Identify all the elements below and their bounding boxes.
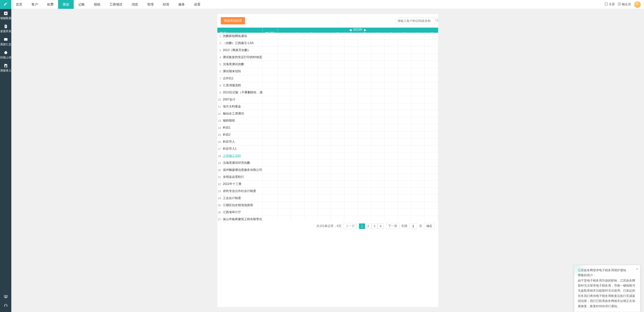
row-month-cell[interactable]: [425, 103, 438, 110]
topnav-item-11[interactable]: 设置: [189, 0, 205, 9]
row-month-cell[interactable]: [304, 68, 318, 75]
row-month-cell[interactable]: [411, 152, 425, 159]
row-month-cell[interactable]: [344, 110, 358, 117]
row-month-cell[interactable]: [318, 167, 331, 173]
row-month-cell[interactable]: [371, 110, 385, 117]
row-month-cell[interactable]: [344, 174, 358, 180]
row-month-cell[interactable]: [291, 82, 304, 89]
row-month-cell[interactable]: [304, 54, 318, 61]
row-month-cell[interactable]: [425, 124, 438, 131]
row-month-cell[interactable]: [385, 54, 398, 61]
row-month-cell[interactable]: [385, 110, 398, 117]
row-month-cell[interactable]: [411, 216, 425, 220]
row-month-cell[interactable]: [291, 195, 304, 202]
table-row[interactable]: 25江都区仙女镇泡泡面馆: [217, 202, 438, 209]
row-month-cell[interactable]: [425, 152, 438, 159]
table-row[interactable]: 8汇算清缴流程: [217, 82, 438, 89]
row-month-cell[interactable]: [344, 181, 358, 187]
row-month-cell[interactable]: [331, 195, 344, 202]
row-month-cell[interactable]: [344, 145, 358, 152]
row-month-cell[interactable]: [425, 61, 438, 68]
table-row[interactable]: 4测试账套的凭证打印的时候是否: [217, 54, 438, 61]
row-month-cell[interactable]: [331, 47, 344, 54]
row-month-cell[interactable]: [358, 33, 371, 40]
row-month-cell[interactable]: [411, 209, 425, 216]
row-month-cell[interactable]: [398, 145, 411, 152]
row-month-cell[interactable]: [278, 195, 291, 202]
row-month-cell[interactable]: [371, 138, 385, 145]
row-month-cell[interactable]: [331, 152, 344, 159]
row-month-cell[interactable]: [278, 40, 291, 47]
row-month-cell[interactable]: [291, 202, 304, 209]
row-month-cell[interactable]: [398, 75, 411, 82]
row-month-cell[interactable]: [425, 145, 438, 152]
row-month-cell[interactable]: [385, 145, 398, 152]
row-month-cell[interactable]: [385, 61, 398, 68]
row-month-cell[interactable]: [385, 124, 398, 131]
row-month-cell[interactable]: [318, 138, 331, 145]
row-month-cell[interactable]: [344, 117, 358, 124]
row-month-cell[interactable]: [278, 152, 291, 159]
table-row[interactable]: 24工会会计制度: [217, 195, 438, 202]
row-month-cell[interactable]: [411, 89, 425, 96]
row-month-cell[interactable]: [291, 89, 304, 96]
row-month-cell[interactable]: [385, 117, 398, 124]
row-month-cell[interactable]: [371, 33, 385, 40]
table-row[interactable]: 21东明县设置鞋行: [217, 174, 438, 181]
row-month-cell[interactable]: [398, 33, 411, 40]
row-month-cell[interactable]: [371, 124, 385, 131]
topnav-item-5[interactable]: 报税: [89, 0, 105, 9]
row-month-cell[interactable]: [371, 152, 385, 159]
row-month-cell[interactable]: [331, 188, 344, 194]
table-row[interactable]: 5沈海英测试勿删: [217, 61, 438, 68]
table-row[interactable]: 7合作社1: [217, 75, 438, 82]
table-row[interactable]: 12杨仙女工资测试: [217, 110, 438, 117]
row-month-cell[interactable]: [278, 167, 291, 173]
row-month-cell[interactable]: [304, 152, 318, 159]
row-month-cell[interactable]: [385, 167, 398, 173]
row-month-cell[interactable]: [344, 167, 358, 173]
row-month-cell[interactable]: [385, 209, 398, 216]
row-month-cell[interactable]: [358, 68, 371, 75]
row-month-cell[interactable]: [318, 160, 331, 166]
row-month-cell[interactable]: [318, 117, 331, 124]
row-month-cell[interactable]: [291, 152, 304, 159]
row-month-cell[interactable]: [291, 167, 304, 173]
row-month-cell[interactable]: [425, 117, 438, 124]
row-month-cell[interactable]: [304, 131, 318, 138]
row-month-cell[interactable]: [318, 61, 331, 68]
row-name[interactable]: 工程施工结转: [222, 152, 263, 159]
row-month-cell[interactable]: [318, 103, 331, 110]
row-month-cell[interactable]: [385, 75, 398, 82]
row-month-cell[interactable]: [304, 138, 318, 145]
row-month-cell[interactable]: [371, 54, 385, 61]
table-row[interactable]: 1勿删新锐网络通信: [217, 33, 438, 40]
year-prev-icon[interactable]: ◀: [349, 28, 351, 32]
row-month-cell[interactable]: [291, 145, 304, 152]
row-month-cell[interactable]: [304, 75, 318, 82]
row-month-cell[interactable]: [291, 209, 304, 216]
row-month-cell[interactable]: [318, 195, 331, 202]
logo[interactable]: [0, 0, 11, 9]
row-month-cell[interactable]: [344, 68, 358, 75]
row-month-cell[interactable]: [344, 54, 358, 61]
row-month-cell[interactable]: [425, 188, 438, 194]
row-month-cell[interactable]: [385, 47, 398, 54]
fullscreen-button[interactable]: 全屏: [605, 2, 615, 7]
row-month-cell[interactable]: [331, 174, 344, 180]
row-month-cell[interactable]: [411, 195, 425, 202]
table-row[interactable]: 26江西省审计厅: [217, 209, 438, 216]
row-month-cell[interactable]: [278, 96, 291, 103]
row-month-cell[interactable]: [385, 160, 398, 166]
row-month-cell[interactable]: [344, 89, 358, 96]
row-month-cell[interactable]: [358, 61, 371, 68]
row-month-cell[interactable]: [358, 202, 371, 209]
row-month-cell[interactable]: [371, 195, 385, 202]
row-month-cell[interactable]: [278, 145, 291, 152]
row-month-cell[interactable]: [331, 54, 344, 61]
sidebar-item-0[interactable]: 智能取票: [0, 9, 11, 22]
table-row[interactable]: 16科目导入: [217, 138, 438, 145]
row-month-cell[interactable]: [318, 216, 331, 220]
table-row[interactable]: 11地方水利基金: [217, 103, 438, 110]
row-month-cell[interactable]: [304, 195, 318, 202]
